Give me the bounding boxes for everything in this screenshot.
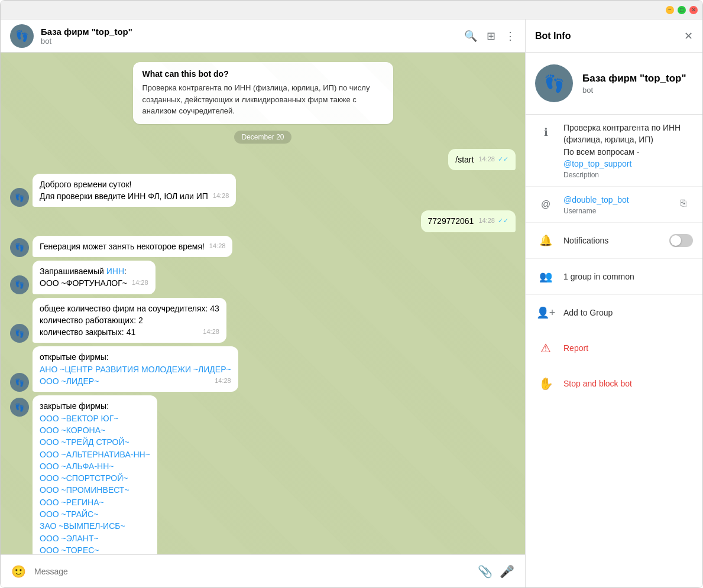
username-link[interactable]: @double_top_bot bbox=[563, 195, 629, 204]
maximize-button[interactable]: □ bbox=[678, 6, 686, 14]
message-bubble: Доброго времени суток!Для проверки введи… bbox=[33, 174, 236, 207]
notification-bell-icon: 🔔 bbox=[535, 230, 556, 251]
bot-profile: 👣 База фирм "top_top" bot bbox=[526, 53, 702, 115]
panel-header: Bot Info ✕ bbox=[526, 20, 702, 53]
chat-header-info: База фирм "top_top" bot bbox=[41, 27, 464, 46]
panel-title: Bot Info bbox=[535, 31, 684, 41]
emoji-icon[interactable]: 🙂 bbox=[11, 564, 26, 579]
mic-icon[interactable]: 🎤 bbox=[500, 564, 514, 579]
message-text: открытые фирмы:АНО ~ЦЕНТР РАЗВИТИЯ МОЛОД… bbox=[40, 352, 231, 386]
chat-header-name: База фирм "top_top" bbox=[41, 27, 464, 37]
groups-in-common-label: 1 group in common bbox=[563, 272, 634, 281]
chat-header: 👣 База фирм "top_top" bot 🔍 ⊞ ⋮ bbox=[1, 20, 525, 53]
message-text: закрытые фирмы: ООО ~ВЕКТОР ЮГ~ ООО ~КОР… bbox=[40, 401, 150, 554]
support-link[interactable]: @top_top_support bbox=[563, 159, 631, 168]
message-row: 👣 Доброго времени суток!Для проверки вве… bbox=[10, 174, 516, 207]
username-content: @double_top_bot Username bbox=[563, 194, 674, 215]
app-window: − □ ✕ 👣 База фирм "top_top" bot 🔍 ⊞ bbox=[0, 0, 703, 588]
date-divider: December 20 bbox=[10, 131, 516, 142]
message-bubble: закрытые фирмы: ООО ~ВЕКТОР ЮГ~ ООО ~КОР… bbox=[33, 395, 157, 554]
add-to-group-label: Add to Group bbox=[563, 308, 613, 317]
bot-profile-avatar: 👣 bbox=[535, 64, 573, 102]
message-bubble: /start 14:28 ✓✓ bbox=[448, 149, 516, 170]
chat-area: 👣 База фирм "top_top" bot 🔍 ⊞ ⋮ What can… bbox=[1, 20, 525, 587]
message-row: 👣 общее количество фирм на соучредителях… bbox=[10, 298, 516, 343]
report-row[interactable]: ⚠ Report bbox=[526, 330, 702, 366]
bot-profile-name: База фирм "top_top" bbox=[582, 73, 686, 85]
panel-close-button[interactable]: ✕ bbox=[684, 30, 693, 43]
copy-username-button[interactable]: ⎘ bbox=[674, 194, 693, 213]
message-text: общее количество фирм на соучредителях: … bbox=[40, 304, 219, 337]
message-bubble: открытые фирмы:АНО ~ЦЕНТР РАЗВИТИЯ МОЛОД… bbox=[33, 346, 238, 392]
message-time: 14:28 bbox=[203, 329, 219, 335]
close-button[interactable]: ✕ bbox=[689, 6, 698, 14]
right-panel: Bot Info ✕ 👣 База фирм "top_top" bot ℹ П… bbox=[525, 20, 702, 587]
message-time: 14:28 ✓✓ bbox=[478, 217, 508, 224]
username-label: Username bbox=[563, 207, 674, 215]
block-icon: ✋ bbox=[535, 373, 556, 394]
message-time: 14:28 ✓✓ bbox=[478, 156, 508, 163]
message-row: 7729772061 14:28 ✓✓ bbox=[10, 210, 516, 232]
message-bubble: Генерация может занять некоторое время! … bbox=[33, 236, 232, 257]
message-time: 14:28 bbox=[213, 193, 229, 199]
report-icon: ⚠ bbox=[535, 337, 556, 359]
message-time: 14:28 bbox=[215, 378, 231, 384]
description-content: Проверка контрагента по ИНН (физлица, юр… bbox=[563, 122, 693, 179]
bot-avatar: 👣 bbox=[10, 373, 29, 392]
bot-avatar: 👣 bbox=[10, 238, 29, 257]
notifications-label: Notifications bbox=[563, 236, 669, 245]
stop-block-label: Stop and block bot bbox=[563, 379, 632, 388]
columns-icon[interactable]: ⊞ bbox=[487, 30, 495, 43]
attachment-icon[interactable]: 📎 bbox=[478, 564, 493, 579]
message-text: Доброго времени суток!Для проверки введи… bbox=[40, 180, 208, 201]
description-row: ℹ Проверка контрагента по ИНН (физлица, … bbox=[526, 115, 702, 187]
message-row: 👣 Генерация может занять некоторое время… bbox=[10, 236, 516, 257]
username-value: @double_top_bot bbox=[563, 194, 674, 206]
bot-avatar: 👣 bbox=[10, 188, 29, 207]
add-to-group-row[interactable]: 👤+ Add to Group bbox=[526, 295, 702, 330]
message-bubble: общее количество фирм на соучредителях: … bbox=[33, 298, 226, 343]
stop-block-row[interactable]: ✋ Stop and block bot bbox=[526, 366, 702, 401]
description-label: Description bbox=[563, 171, 693, 179]
chat-header-actions: 🔍 ⊞ ⋮ bbox=[464, 30, 516, 43]
add-user-icon: 👤+ bbox=[535, 302, 556, 323]
title-bar: − □ ✕ bbox=[1, 1, 702, 20]
username-row: @ @double_top_bot Username ⎘ bbox=[526, 187, 702, 223]
chat-messages: What can this bot do? Проверка контраген… bbox=[1, 53, 525, 554]
bot-description-title: What can this bot do? bbox=[142, 69, 384, 79]
message-time: 14:28 bbox=[209, 243, 226, 249]
message-row: 👣 открытые фирмы:АНО ~ЦЕНТР РАЗВИТИЯ МОЛ… bbox=[10, 346, 516, 392]
bot-avatar: 👣 bbox=[10, 324, 29, 343]
main-layout: 👣 База фирм "top_top" bot 🔍 ⊞ ⋮ What can… bbox=[1, 20, 702, 587]
group-icon: 👥 bbox=[535, 266, 556, 287]
bot-avatar: 👣 bbox=[10, 275, 29, 294]
at-icon: @ bbox=[535, 194, 556, 215]
more-options-icon[interactable]: ⋮ bbox=[505, 30, 516, 43]
message-text: /start bbox=[455, 155, 474, 164]
message-row: 👣 Запрашиваемый ИНН:ООО ~ФОРТУНАЛОГ~ 14:… bbox=[10, 261, 516, 294]
message-row: /start 14:28 ✓✓ bbox=[10, 149, 516, 170]
bot-profile-subtitle: bot bbox=[582, 86, 686, 95]
message-bubble: 7729772061 14:28 ✓✓ bbox=[421, 210, 516, 232]
notifications-toggle[interactable] bbox=[669, 234, 693, 247]
description-value: Проверка контрагента по ИНН (физлица, юр… bbox=[563, 122, 693, 170]
chat-input[interactable] bbox=[30, 561, 474, 582]
message-text: Генерация может занять некоторое время! bbox=[40, 242, 205, 251]
message-row: 👣 закрытые фирмы: ООО ~ВЕКТОР ЮГ~ ООО ~К… bbox=[10, 395, 516, 554]
chat-input-area: 🙂 📎 🎤 bbox=[1, 554, 525, 587]
bot-description-text: Проверка контрагента по ИНН (физлица, юр… bbox=[142, 82, 384, 117]
groups-in-common-row: 👥 1 group in common bbox=[526, 259, 702, 295]
bot-avatar: 👣 bbox=[10, 398, 29, 417]
message-text: Запрашиваемый ИНН:ООО ~ФОРТУНАЛОГ~ bbox=[40, 267, 127, 288]
minimize-button[interactable]: − bbox=[666, 6, 674, 14]
chat-header-subtitle: bot bbox=[41, 37, 464, 46]
message-time: 14:28 bbox=[132, 280, 148, 286]
message-text: 7729772061 bbox=[428, 216, 474, 226]
bot-description-bubble: What can this bot do? Проверка контраген… bbox=[133, 62, 393, 124]
notifications-row: 🔔 Notifications bbox=[526, 223, 702, 259]
bot-profile-info: База фирм "top_top" bot bbox=[582, 73, 686, 95]
report-label: Report bbox=[563, 343, 588, 353]
search-icon[interactable]: 🔍 bbox=[464, 30, 477, 43]
message-bubble: Запрашиваемый ИНН:ООО ~ФОРТУНАЛОГ~ 14:28 bbox=[33, 261, 155, 294]
chat-header-avatar: 👣 bbox=[10, 24, 34, 48]
